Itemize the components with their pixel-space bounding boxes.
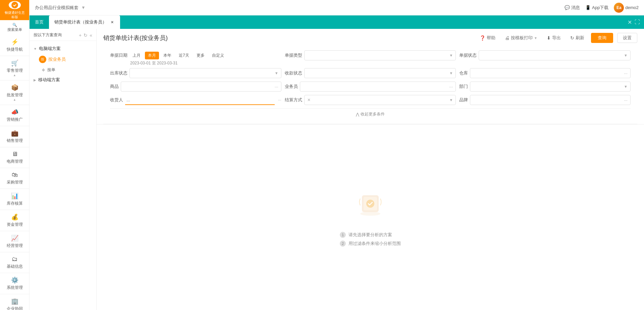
- collect-status-select[interactable]: ▼: [304, 68, 456, 78]
- sidebar-item-system[interactable]: ⚙️ 系统管理: [0, 273, 29, 294]
- basic-icon: 🗂: [12, 256, 18, 263]
- marketing-label: 营销推广: [7, 117, 23, 122]
- sidebar-item-wholesale[interactable]: 📦 批发管理 ▲: [0, 81, 29, 105]
- warehouse-select[interactable]: ···: [470, 68, 631, 78]
- pc-group-arrow: ▼: [34, 47, 37, 51]
- print-btn[interactable]: 🖨 按模板打印 ▼: [502, 34, 540, 42]
- date-range-display: 2023-03-01 至 2023-03-31: [110, 60, 631, 66]
- filter-area: 单据日期 上月 本月 本年 近7天 更多 自定义: [103, 46, 637, 124]
- query-btn[interactable]: 查询: [591, 33, 613, 43]
- receiver-more-icon[interactable]: ···: [278, 98, 281, 102]
- step-1-num: 1: [340, 232, 346, 238]
- date-btn-more[interactable]: 更多: [194, 52, 208, 59]
- user-avatar: Ea: [614, 3, 624, 13]
- goods-label: 商品: [110, 84, 119, 90]
- sidebar-item-marketing[interactable]: 📣 营销推广: [0, 105, 29, 126]
- sidebar-item-inventory[interactable]: 📊 库存核算: [0, 189, 29, 210]
- date-btn-7days[interactable]: 近7天: [176, 52, 192, 59]
- schema-sub-by-order[interactable]: ❖ 按单: [30, 65, 96, 75]
- collect-status-label: 收款状态: [285, 70, 302, 76]
- empty-state: 1 请先选择要分析的方案 2 用过滤条件来缩小分析范围: [97, 124, 644, 310]
- date-btn-thisyear[interactable]: 本年: [160, 52, 174, 59]
- wholesale-arrow: ▲: [13, 98, 16, 101]
- date-btn-lastmonth[interactable]: 上月: [129, 52, 144, 59]
- salesperson-more-icon[interactable]: ···: [449, 84, 453, 89]
- goods-select[interactable]: ···: [121, 82, 281, 92]
- enterprise-label: 企业协同: [7, 306, 23, 310]
- tabbar: 首页 销货单统计表（按业务员） ✕ ✕ ⛶: [30, 15, 644, 29]
- schema-item-by-salesperson[interactable]: 按 按业务员: [30, 54, 96, 65]
- tab-close-icon[interactable]: ✕: [109, 19, 115, 25]
- export-label: 导出: [552, 35, 561, 41]
- warehouse-more-icon[interactable]: ···: [624, 71, 628, 76]
- brand-more-icon[interactable]: ···: [624, 98, 628, 103]
- sales-label: 销售管理: [7, 138, 23, 144]
- help-icon: ❓: [480, 35, 485, 41]
- out-status-select[interactable]: ▼: [129, 68, 281, 78]
- sidebar-item-search[interactable]: 🔍 搜索菜单: [7, 20, 23, 35]
- tab-home[interactable]: 首页: [30, 15, 49, 29]
- salesperson-select[interactable]: ···: [300, 82, 456, 92]
- app-logo: 畅捷通好生意 标版: [0, 0, 30, 20]
- app-download-btn[interactable]: 📱 App下载: [585, 5, 608, 11]
- brand-label: 品牌: [459, 97, 468, 103]
- tab-expand-icon[interactable]: ⛶: [635, 19, 640, 25]
- tab-sales-stat[interactable]: 销货单统计表（按业务员） ✕: [49, 15, 120, 29]
- bill-type-select[interactable]: ▼: [304, 50, 456, 60]
- step-2-text: 用过滤条件来缩小分析范围: [348, 241, 401, 247]
- bill-type-label: 单据类型: [285, 52, 302, 58]
- filter-department-field: 部门 ▼: [459, 82, 631, 92]
- app-download-icon: 📱: [585, 5, 591, 10]
- add-schema-icon[interactable]: +: [79, 33, 82, 38]
- help-btn[interactable]: ❓ 帮助: [477, 34, 498, 42]
- settlement-clear-icon[interactable]: ✕: [307, 98, 311, 102]
- content: 按以下方案查询 + ↻ « ▼ 电脑端方案 按 按业务员: [30, 29, 644, 310]
- sidebar-item-retail[interactable]: 🛒 零售管理 ▲: [0, 56, 29, 81]
- settlement-select[interactable]: ✕ ▼: [304, 95, 456, 105]
- filter-row-3: 商品 ··· 业务员 ···: [110, 82, 631, 92]
- filter-warehouse-field: 仓库 ···: [459, 68, 631, 78]
- operations-label: 经营管理: [7, 243, 23, 249]
- collapse-btn[interactable]: ⋀ 收起更多条件: [110, 108, 631, 120]
- inventory-label: 库存核算: [7, 201, 23, 206]
- date-btn-custom[interactable]: 自定义: [209, 52, 227, 59]
- order-schema-label: 按单: [47, 67, 55, 73]
- receiver-input[interactable]: [125, 95, 275, 105]
- sidebar-item-quicknav[interactable]: ⚡ 快捷导航: [0, 35, 29, 56]
- filter-out-status-field: 出库状态 ▼: [110, 68, 281, 78]
- industry-dropdown-icon[interactable]: ▼: [81, 5, 86, 10]
- setting-btn[interactable]: 设置: [617, 33, 637, 43]
- bill-status-arrow-icon: ▼: [624, 53, 628, 57]
- enterprise-icon: 🏢: [11, 298, 18, 305]
- goods-more-icon[interactable]: ···: [275, 84, 278, 89]
- salesperson-label: 业务员: [285, 84, 298, 90]
- tab-close-all-icon[interactable]: ✕: [628, 19, 632, 25]
- bill-status-select[interactable]: ▼: [479, 50, 631, 60]
- brand-select[interactable]: ···: [470, 95, 631, 105]
- empty-steps-list: 1 请先选择要分析的方案 2 用过滤条件来缩小分析范围: [340, 232, 401, 249]
- schema-group-mobile[interactable]: ▶ 移动端方案: [30, 75, 96, 85]
- refresh-schema-icon[interactable]: ↻: [84, 33, 88, 38]
- collapse-panel-icon[interactable]: «: [90, 33, 92, 38]
- department-select[interactable]: ▼: [470, 82, 631, 92]
- left-panel: 按以下方案查询 + ↻ « ▼ 电脑端方案 按 按业务员: [30, 29, 97, 310]
- sidebar-item-operations[interactable]: 📈 经营管理: [0, 231, 29, 252]
- schema-group-pc[interactable]: ▼ 电脑端方案: [30, 44, 96, 54]
- filter-bill-status-field: 单据状态 ▼: [459, 50, 631, 60]
- app-download-label: App下载: [592, 5, 608, 11]
- svg-point-0: [11, 2, 18, 8]
- sidebar-item-basic[interactable]: 🗂 基础信息: [0, 252, 29, 273]
- settlement-arrow-icon: ▼: [449, 98, 453, 102]
- message-btn[interactable]: 💬 消息: [565, 5, 580, 11]
- export-btn[interactable]: ⬇ 导出: [544, 34, 564, 42]
- sidebar-item-finance[interactable]: 💰 资金管理: [0, 210, 29, 231]
- sidebar-item-ecommerce[interactable]: 🖥 电商管理: [0, 147, 29, 168]
- basic-label: 基础信息: [7, 264, 23, 269]
- user-area[interactable]: Ea demo2: [614, 3, 639, 13]
- sidebar-item-enterprise[interactable]: 🏢 企业协同: [0, 294, 29, 310]
- left-panel-icons: + ↻ «: [79, 33, 92, 38]
- refresh-btn[interactable]: ↻ 刷新: [568, 34, 587, 42]
- sidebar-item-purchase[interactable]: 🛍 采购管理: [0, 168, 29, 189]
- date-btn-thismonth[interactable]: 本月: [145, 52, 159, 59]
- sidebar-item-sales[interactable]: 💼 销售管理: [0, 126, 29, 147]
